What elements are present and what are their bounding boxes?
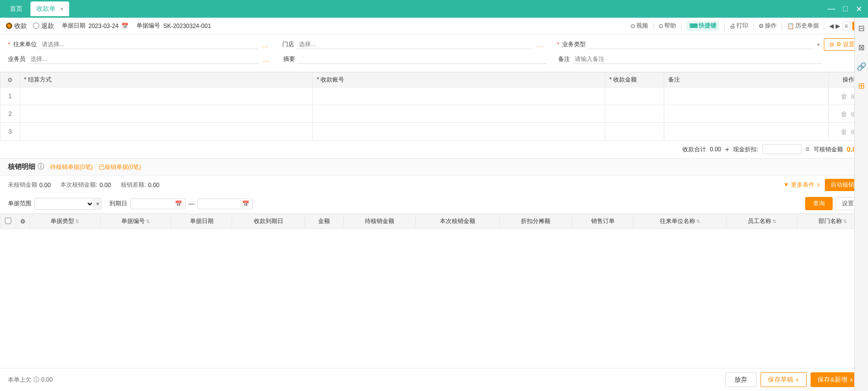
account-cell[interactable] bbox=[313, 123, 605, 140]
sidebar-icon-3[interactable]: 🔗 bbox=[855, 60, 868, 73]
calendar-icon[interactable]: 📅 bbox=[121, 23, 129, 29]
gear-icon: ⚙ bbox=[829, 41, 835, 48]
calendar-start-icon[interactable]: 📅 bbox=[175, 200, 182, 207]
form-row-2: 业务员 … 摘要 备注 bbox=[8, 55, 860, 64]
lower-col-amount: 金额 bbox=[305, 214, 344, 229]
delete-row-icon[interactable]: 🗑 bbox=[841, 128, 847, 136]
save-new-caret-icon: ∧ bbox=[849, 377, 853, 383]
bottom-bar: 本单上欠 ⓘ 0.00 放弃 保存草稿 ∧ 保存&新增 ∧ bbox=[0, 368, 868, 391]
salesperson-input[interactable] bbox=[27, 55, 259, 64]
filter-right-btns: 查询 设置 bbox=[805, 197, 860, 210]
biz-type-input[interactable]: 预收款 bbox=[588, 40, 813, 49]
calendar-end-icon[interactable]: 📅 bbox=[242, 200, 249, 207]
col-account: * 收款账号 bbox=[313, 73, 605, 87]
salesperson-more-btn[interactable]: … bbox=[261, 56, 271, 63]
date-end-input[interactable]: 2022-04-12 bbox=[201, 200, 240, 207]
shortcut-btn[interactable]: ⌨ 快捷键 bbox=[686, 21, 719, 31]
prev-icon[interactable]: ◀ bbox=[829, 22, 834, 30]
summary-input[interactable] bbox=[297, 55, 547, 64]
nav-home[interactable]: 首页 bbox=[4, 1, 28, 16]
writeoff-info-icon[interactable]: ⓘ bbox=[37, 163, 44, 171]
discard-button[interactable]: 放弃 bbox=[725, 372, 757, 387]
store-field: 门店 … bbox=[282, 40, 545, 49]
nav-tab-receipt[interactable]: 收款单 × bbox=[30, 1, 69, 16]
store-more-btn[interactable]: … bbox=[534, 41, 545, 49]
draft-caret-icon: ∧ bbox=[795, 377, 799, 383]
radio-receipt[interactable]: 收款 bbox=[6, 22, 27, 30]
counterpart-input[interactable] bbox=[39, 40, 258, 49]
sidebar-icon-4[interactable]: ⊞ bbox=[856, 79, 867, 92]
col-gear[interactable]: ⚙ bbox=[0, 73, 20, 87]
divider4 bbox=[753, 22, 754, 30]
store-input[interactable] bbox=[296, 40, 532, 49]
radio-refund[interactable]: 退款 bbox=[33, 22, 54, 30]
select-all-checkbox[interactable] bbox=[5, 218, 11, 224]
list-view-btn[interactable]: ≡ bbox=[842, 22, 850, 30]
account-cell[interactable] bbox=[313, 105, 605, 123]
divider6 bbox=[824, 22, 824, 30]
gear-icon[interactable]: ⚙ bbox=[7, 77, 13, 84]
more-conditions-btn[interactable]: ▼ 更多条件 ∧ bbox=[783, 181, 821, 189]
counterpart-more-btn[interactable]: … bbox=[260, 41, 271, 49]
remark-cell[interactable] bbox=[664, 87, 829, 105]
date-start-field: 2022-04-01 📅 bbox=[130, 198, 186, 209]
toolbar-right: ⊙ 视频 ⊙ 帮助 ⌨ 快捷键 🖨 打印 ⚙ 操作 📋 历史单据 bbox=[630, 21, 862, 31]
help-btn[interactable]: ⊙ 帮助 bbox=[658, 22, 676, 30]
operation-btn[interactable]: ⚙ 操作 bbox=[759, 22, 777, 30]
video-btn[interactable]: ⊙ 视频 bbox=[630, 22, 648, 30]
bottom-info-icon[interactable]: ⓘ bbox=[33, 376, 39, 384]
discount-input[interactable] bbox=[762, 144, 802, 154]
range-select-wrapper: ▾ bbox=[34, 198, 102, 210]
divider1 bbox=[653, 22, 653, 30]
top-nav: 首页 收款单 × — □ ✕ bbox=[0, 0, 868, 18]
col-amount: * 收款金额 bbox=[605, 73, 664, 87]
lower-col-sales-order: 销售订单 bbox=[572, 214, 633, 229]
tab-close-icon[interactable]: × bbox=[60, 6, 63, 12]
query-button[interactable]: 查询 bbox=[805, 197, 833, 210]
save-draft-button[interactable]: 保存草稿 ∧ bbox=[760, 372, 807, 387]
delete-row-icon[interactable]: 🗑 bbox=[841, 92, 847, 100]
amount-cell[interactable] bbox=[605, 123, 664, 140]
lower-col-current: 本次核销金额 bbox=[416, 214, 500, 229]
biz-type-dropdown-icon[interactable]: ▾ bbox=[817, 41, 820, 48]
date-range-filter: 到期日 2022-04-01 📅 — 2022-04-12 📅 bbox=[109, 198, 253, 209]
window-close-icon[interactable]: ✕ bbox=[854, 3, 864, 15]
pending-tab[interactable]: 待核销单据(0笔) bbox=[50, 163, 93, 171]
done-tab[interactable]: 已核销单据(0笔) bbox=[99, 163, 141, 171]
lower-col-gear[interactable]: ⚙ bbox=[16, 214, 30, 229]
remark-input[interactable] bbox=[572, 55, 822, 64]
amount-cell[interactable] bbox=[605, 87, 664, 105]
window-max-icon[interactable]: □ bbox=[841, 3, 850, 14]
receipt-table-body: 1 🗑 ⊕ 2 🗑 ⊕ 3 bbox=[0, 87, 868, 140]
receipt-table-area: ⚙ * 结算方式 * 收款账号 * 收款金额 备注 操作 bbox=[0, 72, 868, 140]
remark-cell[interactable] bbox=[664, 105, 829, 123]
right-sidebar: ⊟ ⊠ 🔗 ⊞ bbox=[854, 18, 868, 391]
lower-col-employee: 员工名称⇅ bbox=[727, 214, 797, 229]
divider3 bbox=[724, 22, 725, 30]
remark-cell[interactable] bbox=[664, 123, 829, 140]
date-start-input[interactable]: 2022-04-01 bbox=[134, 200, 173, 207]
settlement-cell[interactable] bbox=[20, 105, 313, 123]
settlement-cell[interactable] bbox=[20, 123, 313, 140]
filter-row: 单据范围 ▾ 到期日 2022-04-01 📅 — 2022-04-12 📅 bbox=[0, 194, 868, 214]
settlement-cell[interactable] bbox=[20, 87, 313, 105]
lower-col-due-date: 收款到期日 bbox=[232, 214, 305, 229]
save-new-button[interactable]: 保存&新增 ∧ bbox=[811, 372, 860, 387]
sidebar-icon-2[interactable]: ⊠ bbox=[856, 41, 867, 54]
window-min-icon[interactable]: — bbox=[825, 3, 837, 14]
receipt-type-radio[interactable]: 收款 退款 bbox=[6, 22, 54, 30]
next-icon[interactable]: ▶ bbox=[836, 22, 840, 30]
lower-table-header: ⚙ 单据类型⇅ 单据编号⇅ 单据日期 收款到期日 金额 待核销金额 本次核销金额… bbox=[0, 214, 868, 229]
sidebar-icon-1[interactable]: ⊟ bbox=[856, 22, 867, 35]
row-num: 3 bbox=[0, 123, 20, 140]
account-cell[interactable] bbox=[313, 87, 605, 105]
writeoff-section: 核销明细 ⓘ 待核销单据(0笔) 已核销单据(0笔) 未核销金额 0.00 本次… bbox=[0, 159, 868, 368]
date-end-field: 2022-04-12 📅 bbox=[197, 198, 253, 209]
amount-cell[interactable] bbox=[605, 105, 664, 123]
summary-field: 摘要 bbox=[283, 55, 547, 64]
range-select[interactable] bbox=[35, 198, 94, 209]
history-btn[interactable]: 📋 历史单据 bbox=[787, 22, 819, 30]
lower-table-wrap: ⚙ 单据类型⇅ 单据编号⇅ 单据日期 收款到期日 金额 待核销金额 本次核销金额… bbox=[0, 214, 868, 368]
delete-row-icon[interactable]: 🗑 bbox=[841, 110, 847, 118]
print-btn[interactable]: 🖨 打印 bbox=[730, 22, 748, 30]
